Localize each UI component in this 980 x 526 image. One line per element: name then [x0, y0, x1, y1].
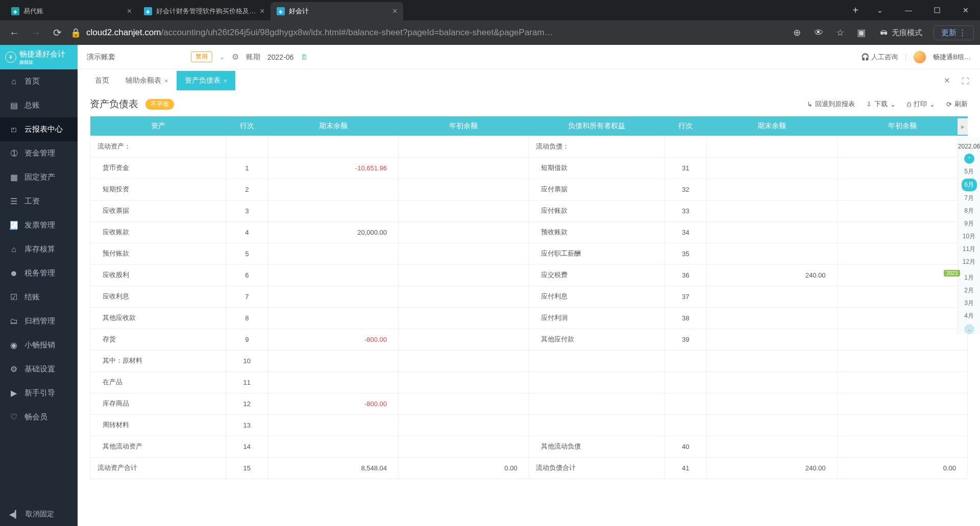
brand-logo[interactable]: ¥ 畅捷通好会计 旗舰版: [0, 45, 78, 69]
sidebar-item-8[interactable]: ☻ 税务管理: [0, 261, 78, 285]
rollback-button[interactable]: ↳回退到原报表: [807, 99, 855, 109]
col-begin2: 年初余额: [837, 116, 967, 136]
year-current[interactable]: 2022.06: [957, 141, 980, 152]
scroll-down-icon[interactable]: ⌄: [964, 324, 974, 334]
sidebar-item-6[interactable]: 🧾 发票管理: [0, 213, 78, 237]
close-window-button[interactable]: ✕: [951, 0, 980, 20]
table-row[interactable]: 其中：原材料10: [90, 350, 968, 371]
update-button[interactable]: 更新 ⋮: [934, 26, 974, 40]
close-tab-icon[interactable]: ×: [260, 7, 264, 16]
month-cell[interactable]: 10月: [962, 230, 977, 243]
month-cell[interactable]: 6月: [962, 179, 977, 191]
scroll-right-button[interactable]: ▸: [958, 118, 968, 135]
sidebar-item-5[interactable]: ☰ 工资: [0, 189, 78, 213]
new-tab-button[interactable]: +: [845, 5, 866, 16]
asset-begin: [399, 307, 529, 329]
reload-button[interactable]: ⟳: [49, 24, 65, 41]
calendar-icon[interactable]: 🗓: [301, 53, 308, 61]
browser-tab[interactable]: ◈ 好会计财务管理软件购买价格及… ×: [138, 2, 271, 20]
liab-begin: [837, 136, 967, 157]
month-cell[interactable]: 7月: [962, 192, 977, 205]
sidebar-item-13[interactable]: ▶ 新手引导: [0, 381, 78, 405]
month-cell[interactable]: 4月: [964, 310, 974, 322]
table-row[interactable]: 库存商品12-800.00: [90, 393, 968, 414]
sidebar-item-2[interactable]: ⏍ 云报表中心: [0, 117, 78, 141]
unpin-button[interactable]: ◀▎ 取消固定: [0, 503, 78, 526]
customer-service-link[interactable]: 🎧 人工咨询: [861, 53, 898, 62]
sidebar-item-0[interactable]: ⌂ 首页: [0, 69, 78, 93]
month-cell[interactable]: 1月: [964, 271, 974, 284]
sidebar-item-10[interactable]: 🗂 归档管理: [0, 309, 78, 333]
user-avatar[interactable]: [914, 51, 926, 63]
liab-line: [665, 393, 706, 414]
month-cell[interactable]: 11月: [962, 243, 977, 256]
close-tab-icon[interactable]: ×: [224, 77, 228, 85]
browser-tab[interactable]: ◈ 易代账 ×: [5, 2, 138, 20]
table-row[interactable]: 流动资产合计158,548.040.00流动负债合计41240.000.00: [90, 457, 968, 479]
fullscreen-icon[interactable]: ⛶: [960, 75, 971, 86]
table-row[interactable]: 应收票据3应付账款33: [90, 200, 968, 221]
table-row[interactable]: 应收账款420,000.00预收账款34: [90, 221, 968, 243]
close-tab-icon[interactable]: ×: [164, 77, 168, 85]
sidebar-item-12[interactable]: ⚙ 基础设置: [0, 357, 78, 381]
sidebar-item-3[interactable]: ➀ 资金管理: [0, 141, 78, 165]
address-bar[interactable]: 🔒 cloud2.chanjet.com/accounting/uh26t264…: [70, 28, 785, 38]
month-cell[interactable]: 2月: [964, 284, 974, 297]
chevron-down-icon[interactable]: ⌄: [219, 54, 225, 61]
scroll-up-icon[interactable]: ⌃: [964, 154, 974, 164]
table-row[interactable]: 短期投资2应付票据32: [90, 179, 968, 200]
month-cell[interactable]: 9月: [962, 217, 977, 230]
asset-begin: [399, 157, 529, 179]
table-row[interactable]: 在产品11: [90, 371, 968, 393]
page-tab-0[interactable]: 首页: [87, 71, 117, 90]
zoom-icon[interactable]: ⊕: [790, 27, 804, 38]
table-row[interactable]: 应收利息7应付利息37: [90, 286, 968, 307]
forward-button[interactable]: →: [28, 24, 44, 41]
period-value[interactable]: 2022-06: [267, 53, 293, 61]
gear-icon[interactable]: ⚙: [232, 52, 239, 62]
back-button[interactable]: ←: [6, 24, 22, 41]
disable-button[interactable]: 禁用: [191, 52, 212, 62]
close-all-tabs-icon[interactable]: ✕: [941, 75, 952, 86]
print-button[interactable]: ⎙打印⌄: [907, 99, 935, 109]
table-row[interactable]: 存货9-800.00其他应付款39: [90, 329, 968, 350]
user-name[interactable]: 畅捷通B组…: [933, 53, 971, 62]
account-name[interactable]: 演示账套: [87, 53, 115, 62]
sidebar-item-11[interactable]: ◉ 小畅报销: [0, 333, 78, 357]
table-row[interactable]: 周转材料13: [90, 414, 968, 436]
liab-end: 240.00: [707, 457, 837, 479]
table-row[interactable]: 预付账款5应付职工薪酬35: [90, 243, 968, 264]
sidebar-item-4[interactable]: ▦ 固定资产: [0, 165, 78, 189]
bookmark-icon[interactable]: ☆: [833, 27, 847, 38]
table-scroll[interactable]: 资产 行次 期末余额 年初余额 负债和所有者权益 行次 期末余额 年初余额 流动…: [90, 116, 968, 526]
refresh-button[interactable]: ⟳刷新: [946, 99, 968, 109]
sidebar-item-9[interactable]: ☑ 结账: [0, 285, 78, 309]
month-cell[interactable]: 3月: [964, 297, 974, 310]
table-row[interactable]: 流动资产：流动负债：: [90, 136, 968, 157]
caret-down-icon[interactable]: ⌄: [866, 0, 894, 20]
sidebar-item-14[interactable]: ♡ 畅会员: [0, 405, 78, 429]
table-row[interactable]: 其他应收款8应付利润38: [90, 307, 968, 329]
download-button[interactable]: ⇩下载⌄: [866, 99, 896, 109]
maximize-button[interactable]: [923, 0, 951, 20]
browser-tab-title: 易代账: [23, 7, 43, 16]
asset-name: 库存商品: [90, 393, 226, 414]
liab-name: 应付职工薪酬: [529, 243, 665, 264]
month-cell[interactable]: 5月: [962, 165, 977, 178]
minimize-button[interactable]: —: [894, 0, 923, 20]
close-tab-icon[interactable]: ×: [127, 7, 132, 16]
close-tab-icon[interactable]: ×: [393, 7, 397, 16]
extension-icon[interactable]: ▣: [854, 27, 869, 38]
table-row[interactable]: 货币资金1-10,651.96短期借款31: [90, 157, 968, 179]
browser-tab[interactable]: ◈ 好会计 ×: [271, 2, 403, 20]
month-cell[interactable]: 12月: [962, 256, 977, 268]
table-row[interactable]: 应收股利6应交税费36240.00: [90, 264, 968, 286]
page-tab-1[interactable]: 辅助余额表×: [117, 71, 177, 90]
eye-off-icon[interactable]: 👁: [812, 28, 826, 38]
sidebar-item-1[interactable]: ▤ 总账: [0, 93, 78, 117]
month-cell[interactable]: 8月: [962, 205, 977, 217]
table-row[interactable]: 其他流动资产14其他流动负债40: [90, 436, 968, 457]
incognito-icon: 🕶: [880, 29, 888, 37]
page-tab-2[interactable]: 资产负债表×: [177, 71, 236, 90]
sidebar-item-7[interactable]: ⌂ 库存核算: [0, 237, 78, 261]
